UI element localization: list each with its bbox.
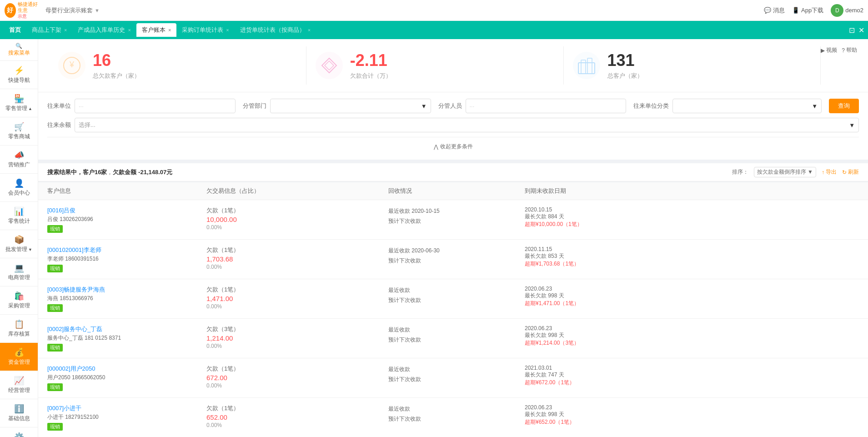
sidebar-item-member[interactable]: 👤 会员中心: [0, 174, 38, 202]
tab-purchase-stats[interactable]: 采购订单统计表 ×: [176, 23, 234, 37]
user-menu[interactable]: D demo2: [831, 4, 863, 17]
chevron-down-icon-2: ▼: [812, 103, 818, 110]
table-row: [0016]吕俊 吕俊 13026203696 现销 欠款（1笔） 10,000…: [38, 200, 868, 240]
stat-card-debt-total: -2.11 欠款合计（万）: [306, 46, 564, 85]
stat-card-debt-values: 16 总欠款客户（家）: [93, 51, 140, 80]
customer-name-3[interactable]: [0002]服务中心_丁磊: [47, 325, 206, 333]
filter-unit-label: 往来单位: [47, 102, 71, 110]
stat-card-total-customers: 131 总客户（家）: [564, 46, 821, 85]
tab-product-listing[interactable]: 商品上下架 ×: [26, 23, 72, 37]
recovery-info-1: 最近收款 2020-06-30 预计下次收款: [388, 246, 525, 272]
filter-category-select[interactable]: ▼: [672, 99, 822, 113]
nav-close-icon[interactable]: ✕: [858, 26, 864, 35]
sidebar-item-retail-mgmt[interactable]: 🏪 零售管理 ▲: [0, 89, 38, 117]
export-icon: ↑: [822, 169, 824, 176]
filter-row-2: 往来余额 选择... ▼: [47, 118, 859, 132]
overdue-link-0[interactable]: 超期¥10,000.00（1笔）: [525, 221, 859, 228]
stat-card-debt-total-values: -2.11 欠款合计（万）: [350, 51, 391, 80]
arrow-icon: ▲: [28, 106, 32, 111]
phone-icon: 📱: [792, 7, 799, 14]
col-header-debt: 欠交易信息（占比）: [206, 187, 388, 195]
results-bar: 搜索结果中，客户16家，欠款金额 -21,148.07元 排序： 按欠款金额倒序…: [38, 163, 868, 181]
message-btn[interactable]: 💬 消息: [764, 6, 785, 15]
sort-chevron-icon: ▼: [808, 169, 813, 175]
customer-contact-5: 小进干 18279152100: [47, 413, 206, 421]
search-button[interactable]: 查询: [829, 99, 859, 113]
video-btn[interactable]: ▶ 视频: [821, 46, 837, 54]
company-name: 母婴行业演示账套: [45, 6, 93, 15]
close-tab-1[interactable]: ×: [64, 27, 67, 33]
debt-customer-label: 总欠款客户（家）: [93, 72, 140, 80]
sort-select[interactable]: 按欠款金额倒序排序 ▼: [754, 167, 816, 177]
sidebar-search[interactable]: 🔍 搜索菜单: [0, 39, 38, 61]
sidebar-item-quick-nav[interactable]: ⚡ 快捷导航: [0, 61, 38, 89]
close-tab-3[interactable]: ×: [168, 27, 171, 33]
filter-person-label: 分管人员: [438, 102, 462, 110]
sidebar-item-marketing[interactable]: 📣 营销推广: [0, 146, 38, 174]
sidebar-item-purchase[interactable]: 🛍️ 采购管理: [0, 286, 38, 315]
overdue-link-4[interactable]: 超期¥672.00（1笔）: [525, 379, 859, 387]
table-row: [0001020001]李老师 李老师 18600391516 现销 欠款（1笔…: [38, 240, 868, 279]
overdue-info-2: 2020.06.23 最长欠款 998 天 超期¥1,471.00（1笔）: [525, 286, 859, 312]
tab-inbound-stats[interactable]: 进货单统计表（按商品） ×: [235, 23, 316, 37]
tab-home[interactable]: 首页: [4, 23, 26, 37]
refresh-icon: ↻: [842, 169, 847, 176]
close-tab-5[interactable]: ×: [308, 27, 311, 33]
tab-stock-history[interactable]: 产成品入库单历史 ×: [72, 23, 136, 37]
collapse-filters-btn[interactable]: ⋀ 收起更多条件: [431, 140, 476, 153]
refresh-btn[interactable]: ↻ 刷新: [842, 168, 859, 176]
purchase-icon: 🛍️: [3, 291, 35, 301]
overdue-link-5[interactable]: 超期¥652.00（1笔）: [525, 418, 859, 426]
overdue-link-1[interactable]: 超期¥1,703.68（1笔）: [525, 260, 859, 268]
search-icon: 🔍: [4, 43, 34, 49]
retail-mgmt-icon: 🏪: [14, 94, 24, 104]
customer-name-0[interactable]: [0016]吕俊: [47, 206, 206, 215]
customer-name-2[interactable]: [0003]畅捷服务尹海燕: [47, 286, 206, 294]
arrow-icon-2: ▼: [28, 247, 32, 252]
sidebar-item-ecommerce[interactable]: 💻 电商管理: [0, 258, 38, 286]
debt-percent-0: 0.00%: [206, 224, 388, 231]
debt-info-1: 欠款（1笔） 1,703.68 0.00%: [206, 246, 388, 272]
company-selector[interactable]: 母婴行业演示账套 ▼: [45, 6, 100, 15]
overdue-link-3[interactable]: 超期¥1,214.00（3笔）: [525, 339, 859, 347]
nav-tabs: 首页 商品上下架 × 产成品入库单历史 × 客户账本 × 采购订单统计表 × 进…: [0, 21, 868, 39]
sidebar-item-basic-info[interactable]: ℹ️ 基础信息: [0, 399, 38, 427]
overdue-link-2[interactable]: 超期¥1,471.00（1笔）: [525, 300, 859, 307]
results-info: 搜索结果中，客户16家，欠款金额 -21,148.07元: [47, 168, 172, 176]
nav-restore-icon[interactable]: ⊡: [849, 26, 855, 35]
sidebar-item-system[interactable]: ⚙️ 系统管理: [0, 427, 38, 437]
filter-person-input[interactable]: ···: [466, 99, 627, 113]
filter-balance-label: 往来余额: [47, 121, 71, 129]
sidebar-item-retail-stats[interactable]: 📊 零售统计: [0, 202, 38, 230]
quick-nav-icon: ⚡: [3, 65, 35, 75]
main-layout: 🔍 搜索菜单 ⚡ 快捷导航 🏪 零售管理 ▲ 🛒 零售商城 📣 营销推广 👤 会…: [0, 39, 868, 437]
debt-amount-0: 10,000.00: [206, 216, 388, 223]
tab-customer-account[interactable]: 客户账本 ×: [136, 23, 176, 37]
filter-dept-select[interactable]: ▼: [270, 99, 431, 113]
customer-name-1[interactable]: [0001020001]李老师: [47, 246, 206, 254]
debt-info-2: 欠款（1笔） 1,471.00 0.00%: [206, 286, 388, 312]
debt-info-0: 欠款（1笔） 10,000.00 0.00%: [206, 206, 388, 233]
top-bar: 好 畅捷通好生意示意 母婴行业演示账套 ▼ 💬 消息 📱 App下载 D dem…: [0, 0, 868, 21]
export-btn[interactable]: ↑ 导出: [822, 168, 837, 176]
sidebar-item-wholesale[interactable]: 📦 批发管理 ▼: [0, 230, 38, 258]
close-tab-4[interactable]: ×: [226, 27, 229, 33]
svg-rect-6: [587, 58, 592, 74]
sidebar-item-operations[interactable]: 📈 经营管理: [0, 371, 38, 399]
sidebar-item-inventory[interactable]: 📋 库存核算: [0, 315, 38, 343]
customer-contact-3: 服务中心_丁磊 181 0125 8371: [47, 334, 206, 342]
filter-row-1: 往来单位 ··· 分管部门 ▼ 分管人员 ···: [47, 99, 859, 113]
close-tab-2[interactable]: ×: [128, 27, 130, 33]
customer-name-4[interactable]: [000002]用户2050: [47, 365, 206, 373]
sidebar-item-retail-mall[interactable]: 🛒 零售商城: [0, 117, 38, 146]
customer-info-4: [000002]用户2050 用户2050 18665062050 现销: [47, 365, 206, 391]
recovery-info-4: 最近收款 预计下次收款: [388, 365, 525, 391]
sidebar-item-finance[interactable]: 💰 资金管理: [0, 343, 38, 371]
customer-tag-4: 现销: [47, 383, 63, 391]
retail-mall-icon: 🛒: [3, 122, 35, 132]
app-download-btn[interactable]: 📱 App下载: [792, 6, 823, 15]
filter-unit-input[interactable]: ···: [75, 99, 236, 113]
customer-name-5[interactable]: [0007]小进干: [47, 404, 206, 412]
help-btn[interactable]: ? 帮助: [842, 46, 857, 54]
filter-balance-select[interactable]: 选择... ▼: [75, 118, 859, 132]
